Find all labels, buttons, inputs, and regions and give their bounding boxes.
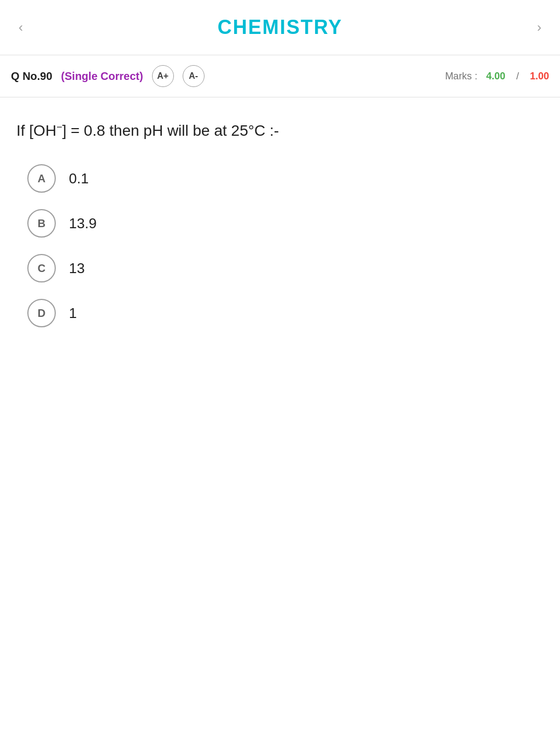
- marks-label: Marks :: [445, 71, 477, 82]
- options-list: A 0.1 B 13.9 C 13 D 1: [16, 164, 544, 327]
- option-a-circle: A: [27, 164, 56, 193]
- option-b-circle: B: [27, 209, 56, 238]
- page-wrapper: ‹ CHEMISTRY › Q No.90 (Single Correct) A…: [0, 0, 560, 740]
- option-a[interactable]: A 0.1: [27, 164, 544, 193]
- question-meta-bar: Q No.90 (Single Correct) A+ A- Marks : 4…: [0, 55, 560, 97]
- question-body: If [OH−] = 0.8 then pH will be at 25°C :…: [0, 97, 560, 344]
- font-increase-button[interactable]: A+: [152, 65, 174, 87]
- marks-positive-value: 4.00: [486, 71, 505, 82]
- option-c-circle: C: [27, 254, 56, 282]
- marks-separator: /: [516, 71, 519, 82]
- font-decrease-button[interactable]: A-: [183, 65, 205, 87]
- header: ‹ CHEMISTRY ›: [0, 0, 560, 55]
- option-d-circle: D: [27, 299, 56, 327]
- option-d-text: 1: [69, 305, 77, 322]
- marks-negative-value: 1.00: [530, 71, 549, 82]
- option-b[interactable]: B 13.9: [27, 209, 544, 238]
- question-text: If [OH−] = 0.8 then pH will be at 25°C :…: [16, 119, 544, 142]
- option-a-text: 0.1: [69, 170, 89, 187]
- option-c-text: 13: [69, 260, 85, 277]
- option-b-text: 13.9: [69, 215, 97, 232]
- question-number-label: Q No.90: [11, 70, 52, 83]
- page-title: CHEMISTRY: [33, 16, 527, 39]
- option-c[interactable]: C 13: [27, 254, 544, 282]
- prev-arrow-button[interactable]: ‹: [9, 11, 33, 44]
- option-d[interactable]: D 1: [27, 299, 544, 327]
- question-type-label: (Single Correct): [61, 70, 143, 83]
- next-arrow-button[interactable]: ›: [527, 11, 551, 44]
